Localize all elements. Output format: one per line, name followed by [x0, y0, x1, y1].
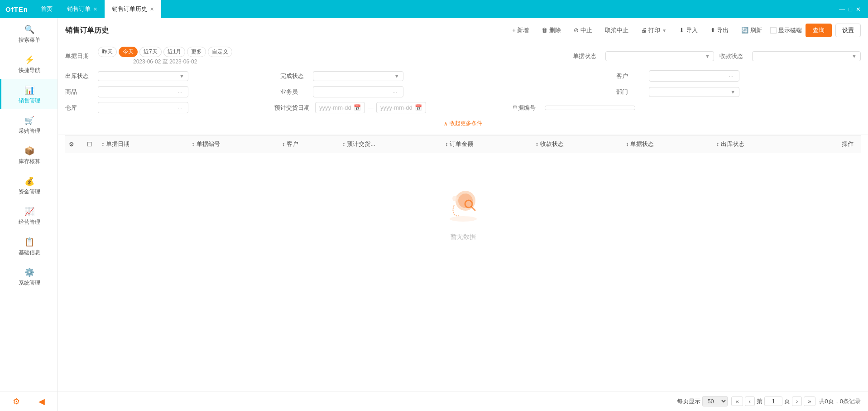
tab-sales-order[interactable]: 销售订单 ✕ [60, 0, 105, 18]
th-date[interactable]: ↕ 单据日期 [98, 135, 188, 153]
payment-status-select[interactable]: ▼ [752, 51, 861, 61]
top-bar: OfTEn 首页 销售订单 ✕ 销售订单历史 ✕ — □ ✕ [0, 0, 868, 18]
goods-select[interactable]: ··· [98, 86, 188, 97]
tab-sales-history-close[interactable]: ✕ [150, 6, 154, 12]
sidebar-settings-icon[interactable]: ⚙ [13, 396, 20, 406]
date-btn-7days[interactable]: 近7天 [139, 47, 162, 57]
stop-button[interactable]: ⊘ 中止 [569, 24, 597, 37]
page-next-button[interactable]: › [792, 396, 802, 406]
th-warehouse-status[interactable]: ↕ 出库状态 [713, 135, 803, 153]
warehouse-status-select[interactable]: ▼ [98, 71, 188, 81]
sidebar-item-inventory[interactable]: 📦 库存核算 [0, 140, 58, 170]
sidebar-item-purchase[interactable]: 🛒 采购管理 [0, 109, 58, 140]
sidebar-collapse-icon[interactable]: ◀ [38, 396, 45, 406]
export-button[interactable]: ⬆ 导出 [706, 24, 734, 37]
th-number[interactable]: ↕ 单据编号 [188, 135, 279, 153]
collapse-button[interactable]: ∧ 收起更多条件 [65, 118, 861, 129]
th-warehouse-status-label: ↕ 出库状态 [716, 140, 744, 147]
tab-sales-history[interactable]: 销售订单历史 ✕ [105, 0, 161, 18]
main-layout: 🔍 搜索菜单 ⚡ 快捷导航 📊 销售管理 🛒 采购管理 📦 库存核算 💰 资金管… [0, 18, 868, 411]
print-button[interactable]: 🖨 打印 ▼ [637, 24, 671, 37]
customer-select[interactable]: ··· [649, 70, 739, 82]
th-checkbox[interactable]: ☐ [83, 135, 98, 153]
tab-home[interactable]: 首页 [34, 0, 60, 18]
complete-status-select[interactable]: ▼ [313, 71, 403, 81]
sidebar-item-basic-label: 基础信息 [19, 249, 40, 256]
expected-date-label: 预计交货日期 [274, 104, 310, 112]
th-customer[interactable]: ↕ 客户 [278, 135, 339, 153]
warehouse-status-chevron: ▼ [179, 73, 184, 79]
delete-button[interactable]: 🗑 删除 [537, 24, 566, 37]
salesman-dots[interactable]: ··· [391, 88, 399, 95]
query-button[interactable]: 查询 [806, 24, 832, 37]
settings-button[interactable]: 设置 [835, 24, 861, 37]
finance-icon: 💰 [24, 176, 34, 186]
search-menu-icon: 🔍 [24, 24, 34, 34]
page-input[interactable] [764, 396, 782, 406]
tab-sales-order-close[interactable]: ✕ [93, 6, 97, 12]
sidebar-item-search[interactable]: 🔍 搜索菜单 [0, 18, 58, 48]
page-last-button[interactable]: » [804, 396, 815, 406]
th-expected-date-label: ↕ 预计交货... [342, 140, 375, 147]
calendar-end-icon[interactable]: 📅 [415, 104, 422, 111]
empty-text: 暂无数据 [451, 233, 476, 241]
th-expected-date[interactable]: ↕ 预计交货... [339, 135, 441, 153]
sidebar-item-sales[interactable]: 📊 销售管理 [0, 79, 58, 109]
date-btn-today[interactable]: 今天 [119, 47, 138, 57]
order-number-input[interactable] [545, 106, 635, 110]
date-btn-more[interactable]: 更多 [187, 47, 206, 57]
expected-date-start[interactable]: yyyy-mm-dd 📅 [315, 102, 365, 113]
calendar-start-icon[interactable]: 📅 [354, 104, 361, 111]
sidebar-item-system[interactable]: ⚙️ 系统管理 [0, 261, 58, 291]
add-button[interactable]: + 新增 [508, 24, 533, 37]
th-amount[interactable]: ↕ 订单金额 [441, 135, 532, 153]
maximize-button[interactable]: □ [849, 6, 852, 13]
sidebar-item-operations[interactable]: 📈 经营管理 [0, 200, 58, 231]
sidebar-item-quicknav[interactable]: ⚡ 快捷导航 [0, 48, 58, 79]
goods-dots[interactable]: ··· [176, 88, 184, 95]
delete-button-label: 🗑 删除 [542, 26, 561, 34]
collapse-label: 收起更多条件 [450, 120, 482, 127]
display-columns-toggle[interactable]: 显示磁端 [770, 26, 802, 34]
sidebar-bottom: ⚙ ◀ [0, 392, 58, 411]
import-button[interactable]: ⬇ 导入 [675, 24, 702, 37]
warehouse-label: 仓库 [65, 104, 92, 112]
page-first-button[interactable]: « [731, 396, 743, 406]
warehouse-dots[interactable]: ··· [176, 104, 184, 111]
expected-date-group: yyyy-mm-dd 📅 — yyyy-mm-dd 📅 [315, 102, 426, 113]
tab-sales-history-label: 销售订单历史 [112, 5, 147, 13]
sidebar-item-basic[interactable]: 📋 基础信息 [0, 231, 58, 261]
sidebar-item-inventory-label: 库存核算 [19, 158, 40, 165]
table-header: ⚙ ☐ ↕ 单据日期 ↕ 单据编号 ↕ 客户 ↕ 预计交货... [65, 135, 861, 153]
tab-sales-order-label: 销售订单 [67, 5, 91, 13]
filter-row-1: 单据日期 昨天 今天 近7天 近1月 更多 自定义 2023-06-02 至 2… [65, 47, 861, 66]
date-btn-custom[interactable]: 自定义 [208, 47, 232, 57]
print-dropdown-icon[interactable]: ▼ [662, 28, 667, 33]
per-page-select[interactable]: 50 10 20 100 [702, 396, 728, 406]
expected-date-end[interactable]: yyyy-mm-dd 📅 [376, 102, 426, 113]
cancel-stop-button[interactable]: 取消中止 [600, 24, 633, 37]
svg-point-5 [452, 196, 458, 201]
system-icon: ⚙️ [24, 267, 34, 277]
close-button[interactable]: ✕ [856, 6, 861, 13]
date-btn-yesterday[interactable]: 昨天 [98, 47, 117, 57]
sidebar-item-finance[interactable]: 💰 资金管理 [0, 170, 58, 200]
brand-logo: OfTEn [0, 5, 34, 13]
display-columns-checkbox[interactable] [770, 27, 777, 34]
th-action-label: 操作 [842, 140, 854, 147]
department-select[interactable]: ▼ [649, 87, 739, 97]
th-payment-status[interactable]: ↕ 收款状态 [532, 135, 623, 153]
minimize-button[interactable]: — [839, 6, 845, 13]
filter-row-2: 出库状态 ▼ 完成状态 ▼ 客户 ··· [65, 70, 861, 82]
salesman-select[interactable]: ··· [313, 86, 403, 97]
th-order-status[interactable]: ↕ 单据状态 [622, 135, 713, 153]
th-settings[interactable]: ⚙ [65, 135, 83, 153]
page-prev-button[interactable]: ‹ [745, 396, 755, 406]
order-status-select[interactable]: ▼ [605, 51, 714, 61]
date-btn-1month[interactable]: 近1月 [163, 47, 186, 57]
warehouse-select[interactable]: ··· [98, 102, 188, 113]
refresh-button[interactable]: 🔄 刷新 [737, 24, 767, 37]
print-button-label: 🖨 打印 [641, 26, 661, 34]
customer-dots[interactable]: ··· [727, 73, 735, 79]
empty-state-row: 暂无数据 [65, 153, 861, 269]
